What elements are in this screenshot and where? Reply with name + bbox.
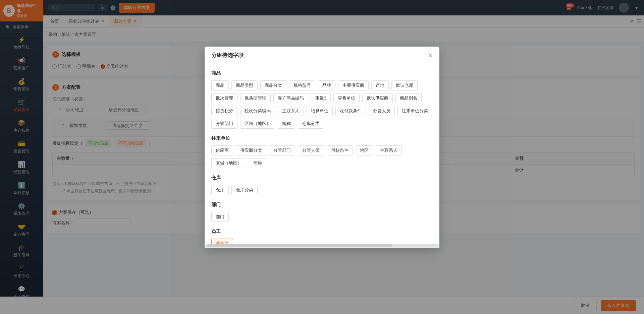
modal-title: 分组待选字段 (211, 52, 244, 59)
field-area[interactable]: 地区 (356, 145, 373, 155)
field-payment-cond[interactable]: 付款条件 (327, 145, 353, 155)
field-warehouse[interactable]: 仓库 (211, 185, 229, 195)
field-supplier[interactable]: 供应商 (211, 145, 233, 155)
field-region[interactable]: 区域（地区） (240, 119, 275, 129)
field-region2[interactable]: 区域（地区） (211, 158, 246, 168)
section-warehouse-title: 仓库 (211, 175, 433, 181)
field-default-warehouse[interactable]: 默认仓库 (391, 80, 418, 90)
field-product-alias[interactable]: 商品别名 (395, 93, 422, 103)
field-supervisor[interactable]: 分管人员 (369, 106, 395, 116)
section-partner: 往来单位 供应商 供应商分类 分管部门 分管人员 付款条件 地区 主联系人 区域… (211, 135, 433, 168)
field-department[interactable]: 部门 (211, 212, 229, 222)
field-settlement-unit[interactable]: 结算单位 (307, 106, 333, 116)
field-short-name[interactable]: 简称 (278, 119, 295, 129)
field-warehouse-category[interactable]: 仓库分类 (298, 119, 324, 129)
field-salesperson[interactable]: 业务员 (211, 239, 233, 244)
section-dept-title: 部门 (211, 202, 433, 208)
dept-fields: 部门 (211, 212, 433, 222)
section-employee-title: 员工 (211, 229, 433, 235)
modal-close-btn[interactable]: ✕ (428, 52, 433, 59)
field-tax-code[interactable]: 税收分类编码 (240, 106, 275, 116)
field-partner-category[interactable]: 往来单位分类 (397, 106, 432, 116)
partner-fields: 供应商 供应商分类 分管部门 分管人员 付款条件 地区 主联系人 区域（地区） … (211, 145, 433, 168)
field-product[interactable]: 商品 (211, 80, 229, 90)
field-product-category[interactable]: 商品分类 (260, 80, 286, 90)
field-brand[interactable]: 品牌 (318, 80, 335, 90)
modal-body[interactable]: 商品 商品 商品类型 商品分类 规格型号 品牌 主要供应商 产地 默认仓库 批次… (205, 65, 439, 244)
field-supplier-category[interactable]: 供应商分类 (236, 145, 266, 155)
section-warehouse: 仓库 仓库 仓库分类 (211, 175, 433, 195)
field-weight[interactable]: 重量3 (311, 93, 331, 103)
field-dept[interactable]: 分管部门 (269, 145, 295, 155)
field-supervisor-dept[interactable]: 分管部门 (211, 119, 237, 129)
modal-horizontal-scrollbar[interactable] (205, 244, 439, 248)
field-main-contact2[interactable]: 主联系人 (376, 145, 402, 155)
field-customer-code[interactable]: 客户商品编码 (273, 93, 308, 103)
field-retail-unit[interactable]: 零售单位 (333, 93, 360, 103)
field-product-type[interactable]: 商品类型 (231, 80, 258, 90)
modal-header: 分组待选字段 ✕ (205, 47, 439, 65)
warehouse-fields: 仓库 仓库分类 (211, 185, 433, 195)
field-spec-model[interactable]: 规格型号 (289, 80, 315, 90)
field-payment-terms[interactable]: 收付款条件 (335, 106, 366, 116)
employee-fields: 业务员 (211, 239, 433, 244)
field-pick-points[interactable]: 拣货积分 (211, 106, 237, 116)
field-expiry-mgmt[interactable]: 保质期管理 (240, 93, 271, 103)
section-product: 商品 商品 商品类型 商品分类 规格型号 品牌 主要供应商 产地 默认仓库 批次… (211, 70, 433, 129)
field-main-contact[interactable]: 主联系人 (278, 106, 304, 116)
product-fields: 商品 商品类型 商品分类 规格型号 品牌 主要供应商 产地 默认仓库 批次管理 … (211, 80, 433, 129)
section-employee: 员工 业务员 (211, 229, 433, 244)
field-batch-mgmt[interactable]: 批次管理 (211, 93, 237, 103)
field-short-name2[interactable]: 简称 (249, 158, 266, 168)
field-person[interactable]: 分管人员 (298, 145, 324, 155)
section-product-title: 商品 (211, 70, 433, 76)
field-default-supplier[interactable]: 默认供应商 (362, 93, 393, 103)
field-warehouse-cat[interactable]: 仓库分类 (231, 185, 258, 195)
section-dept: 部门 部门 (211, 202, 433, 222)
field-main-supplier[interactable]: 主要供应商 (338, 80, 369, 90)
modal-dialog: 分组待选字段 ✕ 商品 商品 商品类型 商品分类 规格型号 品牌 主要供应商 产… (205, 47, 439, 248)
section-partner-title: 往来单位 (211, 135, 433, 141)
field-origin[interactable]: 产地 (371, 80, 389, 90)
